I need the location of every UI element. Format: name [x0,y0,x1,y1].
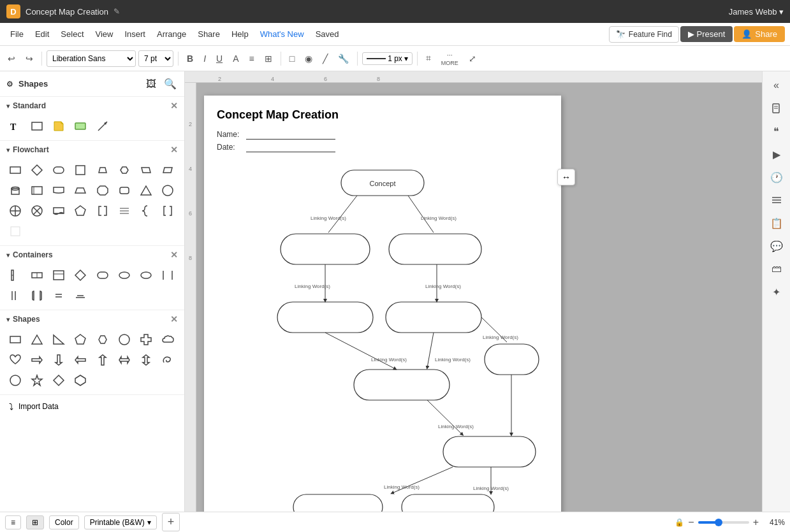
menu-arrange[interactable]: Arrange [152,27,191,41]
font-color-button[interactable]: A [229,51,242,66]
fc-bracket[interactable] [94,202,112,220]
align-button[interactable]: ≡ [245,51,258,66]
fc-diamond[interactable] [28,161,46,179]
color-button[interactable]: Color [49,515,79,529]
italic-button[interactable]: I [200,51,210,66]
grid-view-button[interactable]: ⊞ [26,515,44,529]
stroke-preview[interactable]: 1 px ▾ [362,52,413,65]
sh-hex[interactable] [94,331,112,349]
fc-para[interactable] [137,161,155,179]
menu-whats-new[interactable]: What's New [255,27,309,41]
rs-autoformat-btn[interactable]: ✦ [766,282,787,302]
sh-larrow[interactable] [71,351,89,369]
fc-hex[interactable] [115,161,133,179]
image-search-icon[interactable]: 🖼 [145,77,157,91]
section-containers-close[interactable]: ✕ [170,250,178,260]
text-align-button[interactable]: ⊞ [261,51,276,66]
format-button[interactable]: 🔧 [334,51,353,66]
sh-plus[interactable] [137,331,155,349]
fc-tri[interactable] [137,182,155,199]
fc-rskew[interactable] [159,161,177,179]
ct-8[interactable] [159,266,177,284]
shape-rect[interactable] [28,117,46,135]
sh-uarrow[interactable] [94,351,112,369]
ct-1[interactable] [6,266,24,284]
sh-udarrow[interactable] [137,351,155,369]
fc-trapezoid[interactable] [94,161,112,179]
sh-circ[interactable] [115,331,133,349]
menu-select[interactable]: Select [55,27,89,41]
section-standard[interactable]: ▾ Standard ✕ [0,97,184,115]
fc-pent[interactable] [71,202,89,220]
font-size-select[interactable]: 7 pt 8 pt 10 pt 12 pt [138,50,173,67]
shape-note[interactable] [50,117,68,135]
rs-notes-btn[interactable]: 📋 [766,213,787,233]
expand-arrows-icon[interactable]: ↔ [562,172,571,182]
section-flowchart[interactable]: ▾ Flowchart ✕ [0,141,184,159]
ct-9[interactable] [6,287,24,305]
rs-present-btn[interactable]: ▶ [766,144,787,164]
menu-file[interactable]: File [5,27,29,41]
fc-xcirc[interactable] [28,202,46,220]
sh-heart[interactable] [6,351,24,369]
ct-2[interactable] [28,266,46,284]
redo-button[interactable]: ↪ [22,51,37,66]
edit-title-icon[interactable]: ✎ [113,7,120,16]
shape-text[interactable]: T [6,117,24,135]
waypoint-button[interactable]: ⌗ [422,50,435,66]
list-view-button[interactable]: ≡ [5,515,21,529]
rs-data-btn[interactable]: 🗃 [766,259,787,279]
menu-saved[interactable]: Saved [311,27,344,41]
rs-pages-btn[interactable] [766,98,787,119]
section-shapes[interactable]: ▾ Shapes ✕ [0,310,184,328]
font-family-select[interactable]: Liberation Sans [47,50,136,67]
fc-tape[interactable] [50,182,68,199]
shape-outline-button[interactable]: □ [286,51,298,66]
menu-share[interactable]: Share [193,27,225,41]
fc-cyl[interactable] [6,182,24,199]
present-button[interactable]: ▶ Present [680,26,733,42]
ct-7[interactable] [137,266,155,284]
rs-layers-btn[interactable] [766,190,787,210]
rs-comments-btn[interactable]: 💬 [766,236,787,256]
import-data-section[interactable]: ⤵ Import Data [0,394,184,418]
fc-trapzb[interactable] [71,182,89,199]
fc-circle[interactable] [159,182,177,199]
ct-4[interactable] [71,266,89,284]
line-color-button[interactable]: ╱ [319,51,332,66]
fc-brace[interactable] [137,202,155,220]
menu-help[interactable]: Help [226,27,254,41]
menu-view[interactable]: View [91,27,119,41]
add-page-button[interactable]: + [162,513,180,531]
canvas-area[interactable]: 2 4 6 8 2 4 6 8 Concept Map Creation Nam… [185,71,762,512]
rs-collapse-btn[interactable]: « [766,75,787,96]
sh-tri[interactable] [28,331,46,349]
ct-10[interactable] [28,287,46,305]
zoom-out-button[interactable]: − [688,517,694,528]
ct-5[interactable] [94,266,112,284]
sh-lrarrow[interactable] [115,351,133,369]
page-size-button[interactable]: Printable (B&W) ▾ [84,515,157,529]
zoom-in-button[interactable]: + [753,517,759,528]
fc-lines[interactable] [115,202,133,220]
date-underline[interactable] [246,142,335,152]
fc-sq-bracket[interactable] [159,202,177,220]
fc-rect2[interactable] [28,182,46,199]
ct-6[interactable] [115,266,133,284]
sh-darrow[interactable] [50,351,68,369]
fc-plus[interactable] [6,202,24,220]
shape-process[interactable] [71,117,89,135]
more-button[interactable]: ···MORE [437,48,462,69]
section-containers[interactable]: ▾ Containers ✕ [0,246,184,264]
sh-star[interactable] [28,371,46,389]
sh-pent[interactable] [71,331,89,349]
undo-button[interactable]: ↩ [4,51,19,66]
fc-rect[interactable] [6,161,24,179]
fill-color-button[interactable]: ◉ [301,51,316,66]
bold-button[interactable]: B [183,51,197,66]
zoom-slider[interactable] [698,521,749,524]
name-underline[interactable] [246,129,335,140]
fc-square[interactable] [71,161,89,179]
sh-circle2[interactable] [6,371,24,389]
sh-rtri[interactable] [50,331,68,349]
